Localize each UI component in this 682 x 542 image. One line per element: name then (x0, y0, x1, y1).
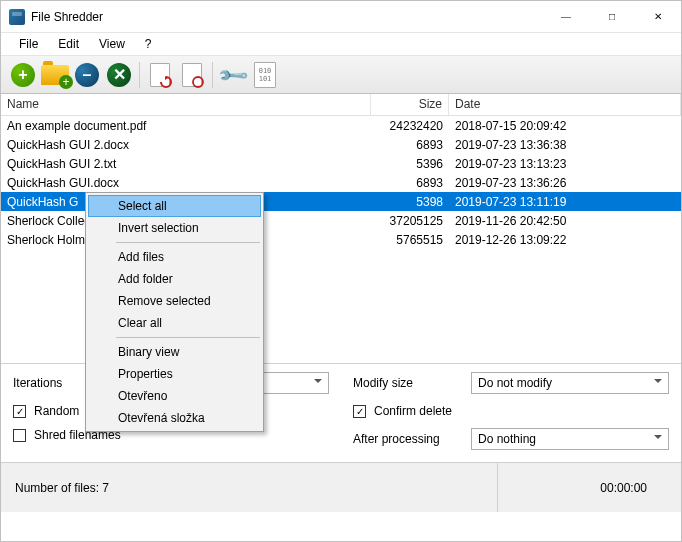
ctx-binary-view[interactable]: Binary view (88, 341, 261, 363)
close-button[interactable]: ✕ (635, 1, 681, 32)
ctx-otevrena-slozka[interactable]: Otevřená složka (88, 407, 261, 429)
cell-date: 2019-11-26 20:42:50 (449, 214, 681, 228)
binary-view-button[interactable]: 010101 (251, 61, 279, 89)
cell-size: 6893 (371, 138, 449, 152)
binary-icon: 010101 (254, 62, 276, 88)
statusbar: Number of files: 7 00:00:00 (1, 462, 681, 512)
cell-size: 5765515 (371, 233, 449, 247)
ctx-add-folder[interactable]: Add folder (88, 268, 261, 290)
menu-help[interactable]: ? (137, 34, 160, 54)
ctx-invert-selection[interactable]: Invert selection (88, 217, 261, 239)
minus-icon: – (75, 63, 99, 87)
folder-icon: + (41, 65, 69, 85)
shred-filenames-checkbox[interactable] (13, 429, 26, 442)
doc-refresh-icon (150, 63, 170, 87)
context-menu: Select all Invert selection Add files Ad… (85, 192, 264, 432)
cell-size: 6893 (371, 176, 449, 190)
add-files-button[interactable]: + (9, 61, 37, 89)
clear-button[interactable]: ✕ (105, 61, 133, 89)
cell-date: 2019-12-26 13:09:22 (449, 233, 681, 247)
column-date[interactable]: Date (449, 94, 681, 115)
table-row[interactable]: QuickHash GUI.docx68932019-07-23 13:36:2… (1, 173, 681, 192)
table-header: Name Size Date (1, 94, 681, 116)
after-processing-combo[interactable]: Do nothing (471, 428, 669, 450)
random-label: Random (34, 404, 79, 418)
menu-view[interactable]: View (91, 34, 133, 54)
confirm-delete-checkbox[interactable]: ✓ (353, 405, 366, 418)
table-row[interactable]: An example document.pdf242324202018-07-1… (1, 116, 681, 135)
cell-name: QuickHash GUI 2.docx (1, 138, 371, 152)
doc-refresh-all-icon (182, 63, 202, 87)
table-row[interactable]: QuickHash GUI 2.txt53962019-07-23 13:13:… (1, 154, 681, 173)
cell-name: QuickHash GUI.docx (1, 176, 371, 190)
after-processing-label: After processing (353, 432, 463, 446)
refresh-all-button[interactable] (178, 61, 206, 89)
titlebar: File Shredder — □ ✕ (1, 1, 681, 33)
settings-button[interactable]: 🔧 (219, 61, 247, 89)
ctx-add-files[interactable]: Add files (88, 246, 261, 268)
modify-size-combo[interactable]: Do not modify (471, 372, 669, 394)
cell-date: 2018-07-15 20:09:42 (449, 119, 681, 133)
ctx-select-all[interactable]: Select all (88, 195, 261, 217)
cell-size: 37205125 (371, 214, 449, 228)
table-row[interactable]: QuickHash GUI 2.docx68932019-07-23 13:36… (1, 135, 681, 154)
menubar: File Edit View ? (1, 33, 681, 56)
refresh-button[interactable] (146, 61, 174, 89)
cell-date: 2019-07-23 13:36:38 (449, 138, 681, 152)
confirm-delete-label: Confirm delete (374, 404, 452, 418)
cell-name: QuickHash GUI 2.txt (1, 157, 371, 171)
cell-date: 2019-07-23 13:11:19 (449, 195, 681, 209)
column-name[interactable]: Name (1, 94, 371, 115)
menu-file[interactable]: File (11, 34, 46, 54)
add-folder-button[interactable]: + (41, 61, 69, 89)
x-icon: ✕ (107, 63, 131, 87)
maximize-button[interactable]: □ (589, 1, 635, 32)
app-icon (9, 9, 25, 25)
wrench-icon: 🔧 (216, 58, 250, 92)
cell-date: 2019-07-23 13:36:26 (449, 176, 681, 190)
remove-button[interactable]: – (73, 61, 101, 89)
ctx-properties[interactable]: Properties (88, 363, 261, 385)
menu-edit[interactable]: Edit (50, 34, 87, 54)
ctx-remove-selected[interactable]: Remove selected (88, 290, 261, 312)
ctx-clear-all[interactable]: Clear all (88, 312, 261, 334)
random-checkbox[interactable]: ✓ (13, 405, 26, 418)
ctx-otevreno[interactable]: Otevřeno (88, 385, 261, 407)
plus-icon: + (11, 63, 35, 87)
window-title: File Shredder (31, 10, 543, 24)
cell-name: An example document.pdf (1, 119, 371, 133)
cell-size: 24232420 (371, 119, 449, 133)
modify-size-label: Modify size (353, 376, 463, 390)
toolbar: + + – ✕ 🔧 010101 (1, 56, 681, 94)
column-size[interactable]: Size (371, 94, 449, 115)
cell-size: 5396 (371, 157, 449, 171)
elapsed-time: 00:00:00 (497, 463, 667, 512)
file-count: Number of files: 7 (15, 481, 497, 495)
minimize-button[interactable]: — (543, 1, 589, 32)
cell-date: 2019-07-23 13:13:23 (449, 157, 681, 171)
cell-size: 5398 (371, 195, 449, 209)
